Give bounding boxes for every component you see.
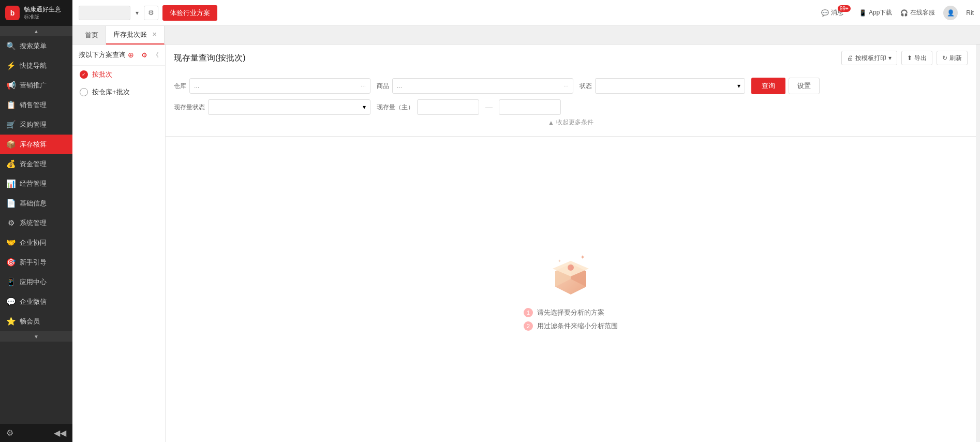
app-download-button[interactable]: 📱 App下载 [859, 8, 892, 17]
sidebar-item-basic-info[interactable]: 📄 基础信息 [0, 194, 72, 213]
sidebar-item-guide[interactable]: 🎯 新手引导 [0, 253, 72, 272]
scheme-settings-button[interactable]: ⚙ [139, 50, 150, 60]
operations-icon: 📊 [6, 179, 16, 188]
warehouse-input[interactable]: ... ··· [189, 78, 370, 94]
empty-icon: ✦ ✦ [545, 248, 597, 300]
export-icon: ⬆ [907, 54, 912, 62]
service-button[interactable]: 🎧 在线客服 [900, 8, 935, 17]
sidebar-footer: ⚙ ◀◀ [0, 424, 72, 442]
left-panel-actions: ⊕ ⚙ 《 [126, 50, 159, 60]
topbar-dropdown-button[interactable]: ▾ [132, 6, 142, 20]
service-label: 在线客服 [910, 8, 935, 17]
page-title: 现存量查询(按批次) [174, 53, 246, 64]
sidebar-header: b 畅康通好生意 标准版 [0, 0, 72, 26]
inventory-icon: 📦 [6, 140, 16, 149]
sidebar-item-member[interactable]: ⭐ 畅会员 [0, 312, 72, 331]
sidebar-item-marketing[interactable]: 📢 营销推广 [0, 76, 72, 95]
scheme-inactive-dot [80, 88, 88, 96]
sidebar-search[interactable]: 🔍 搜索菜单 [0, 36, 72, 56]
collapse-more-button[interactable]: ▲ 收起更多条件 [174, 115, 968, 130]
scheme-item-by-batch[interactable]: ✓ 按批次 [72, 66, 165, 83]
topbar-settings-button[interactable]: ⚙ [144, 6, 158, 20]
refresh-button[interactable]: ↻ 刷新 [937, 51, 968, 65]
tip-num-1: 1 [524, 308, 533, 317]
tip-num-2: 2 [524, 321, 533, 331]
filter-inventory-status: 现存量状态 ▾ [174, 99, 370, 115]
print-button[interactable]: 🖨 按模板打印 ▾ [841, 51, 897, 65]
sidebar-search-label: 搜索菜单 [20, 41, 47, 51]
filter-goods: 商品 ... ··· [377, 78, 573, 94]
inventory-qty-max-input[interactable] [499, 99, 561, 115]
right-scrollbar[interactable] [976, 45, 980, 442]
status-select-icon: ▾ [737, 82, 740, 90]
sidebar-item-sales[interactable]: 📋 销售管理 [0, 95, 72, 115]
tab-close-button[interactable]: ✕ [152, 31, 157, 38]
sidebar-item-purchase[interactable]: 🛒 采购管理 [0, 115, 72, 135]
goods-input[interactable]: ... ··· [392, 78, 573, 94]
chevron-up-icon: ▲ [548, 119, 554, 126]
user-avatar[interactable]: 👤 [943, 6, 958, 20]
sidebar-scroll-up[interactable]: ▲ [0, 26, 72, 36]
right-main: 现存量查询(按批次) 🖨 按模板打印 ▾ ⬆ 导出 ↻ [166, 45, 976, 442]
refresh-label: 刷新 [949, 54, 962, 63]
tab-home[interactable]: 首页 [78, 26, 106, 45]
finance-icon: 💰 [6, 159, 16, 169]
app-logo: b [5, 6, 20, 20]
empty-state: ✦ ✦ 1 请先选择要分析的方案 2 用过滤条件来缩小分析范围 [166, 137, 976, 442]
sidebar-item-enterprise[interactable]: 🤝 企业协同 [0, 233, 72, 253]
collapse-left-panel-button[interactable]: 《 [153, 51, 159, 60]
topbar-search-input[interactable] [79, 6, 130, 20]
notice-button[interactable]: 💬 消息 99+ [821, 8, 843, 17]
collapse-sidebar-icon[interactable]: ◀◀ [54, 428, 66, 438]
export-button[interactable]: ⬆ 导出 [901, 51, 932, 65]
sidebar-item-label: 经营管理 [20, 179, 47, 188]
status-select[interactable]: ▾ [595, 78, 745, 94]
filter-row-1-wrap: 仓库 ... ··· 商品 [174, 78, 968, 115]
sidebar-item-label: 企业协同 [20, 238, 47, 247]
notice-icon: 💬 [821, 9, 829, 17]
sidebar-item-label: 系统管理 [20, 218, 47, 228]
refresh-icon: ↻ [942, 54, 947, 62]
collapse-more-label: 收起更多条件 [556, 118, 593, 127]
sidebar-item-label: 资金管理 [20, 159, 47, 169]
sidebar: b 畅康通好生意 标准版 ▲ 🔍 搜索菜单 ⚡ 快捷导航 📢 营销推广 📋 销售… [0, 0, 72, 442]
sidebar-item-wechat[interactable]: 💬 企业微信 [0, 292, 72, 312]
phone-icon: 📱 [859, 9, 867, 17]
inventory-qty-min-input[interactable] [417, 99, 479, 115]
search-icon: 🔍 [6, 41, 16, 51]
inventory-status-select[interactable]: ▾ [208, 99, 370, 115]
settings-button[interactable]: 设置 [789, 78, 820, 94]
scheme-label: 按批次 [92, 70, 112, 79]
sidebar-item-label: 销售管理 [20, 100, 47, 110]
empty-tips: 1 请先选择要分析的方案 2 用过滤条件来缩小分析范围 [524, 308, 618, 331]
scheme-item-by-warehouse-batch[interactable]: 按仓库+批次 [72, 83, 165, 101]
svg-text:✦: ✦ [558, 259, 561, 263]
sidebar-item-quick-nav[interactable]: ⚡ 快捷导航 [0, 56, 72, 76]
filter-warehouse: 仓库 ... ··· [174, 78, 370, 94]
headset-icon: 🎧 [900, 9, 908, 17]
empty-tip-2: 2 用过滤条件来缩小分析范围 [524, 321, 618, 331]
tip-text-1: 请先选择要分析的方案 [537, 308, 604, 317]
sidebar-item-operations[interactable]: 📊 经营管理 [0, 174, 72, 194]
username-label[interactable]: Rit [966, 9, 974, 17]
basic-info-icon: 📄 [6, 199, 16, 208]
main-area: ▾ ⚙ 体验行业方案 💬 消息 99+ 📱 App下载 🎧 在线客服 👤 Rit [72, 0, 980, 442]
print-icon: 🖨 [847, 54, 853, 62]
page-actions: 🖨 按模板打印 ▾ ⬆ 导出 ↻ 刷新 [841, 51, 968, 65]
sidebar-item-finance[interactable]: 💰 资金管理 [0, 154, 72, 174]
tip-text-2: 用过滤条件来缩小分析范围 [537, 321, 618, 331]
experience-button[interactable]: 体验行业方案 [162, 5, 217, 21]
sidebar-item-inventory[interactable]: 📦 库存核算 [0, 135, 72, 154]
enterprise-icon: 🤝 [6, 238, 16, 247]
query-button[interactable]: 查询 [751, 78, 785, 94]
sidebar-scroll-down[interactable]: ▼ [0, 331, 72, 342]
filter-row-1-fields: 仓库 ... ··· 商品 [174, 78, 968, 115]
action-btns: 查询 设置 [751, 78, 820, 94]
sidebar-item-label: 畅会员 [20, 317, 40, 326]
sidebar-item-system[interactable]: ⚙ 系统管理 [0, 213, 72, 233]
tab-inventory-batch[interactable]: 库存批次账 ✕ [106, 26, 165, 45]
settings-footer-icon[interactable]: ⚙ [6, 428, 13, 438]
add-scheme-button[interactable]: ⊕ [126, 50, 136, 60]
sidebar-item-app-center[interactable]: 📱 应用中心 [0, 272, 72, 292]
sales-icon: 📋 [6, 100, 16, 110]
